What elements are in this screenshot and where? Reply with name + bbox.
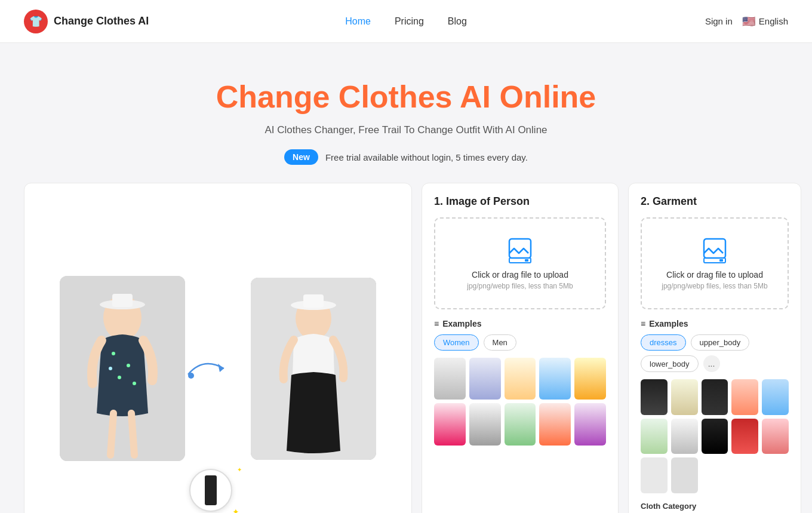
person-thumb-8[interactable] (505, 403, 536, 445)
garment-filter-tabs: dresses upper_body lower_body ... (641, 334, 789, 372)
list-icon-garment: ≡ (641, 319, 645, 328)
person-thumbnails-row1 (434, 358, 606, 400)
filter-upper-body[interactable]: upper_body (691, 334, 750, 351)
header-right: Sign in 🇺🇸 English (705, 15, 788, 28)
svg-rect-18 (509, 239, 531, 258)
garment-preview-circle: ✦ ✦ (189, 469, 232, 512)
person-upload-text: Click or drag file to upload (447, 270, 593, 279)
filter-women[interactable]: Women (434, 334, 479, 351)
list-icon: ≡ (434, 319, 439, 328)
sparkle-icon: ✦ (232, 507, 239, 513)
garment-thumb-5[interactable] (762, 379, 789, 415)
svg-rect-21 (704, 239, 725, 258)
svg-point-6 (118, 376, 121, 379)
person-thumb-6[interactable] (434, 403, 466, 445)
person-filter-tabs: Women Men (434, 334, 606, 351)
garment-upload-zone[interactable]: Click or drag file to upload jpg/png/web… (641, 217, 789, 309)
garment-thumb-12[interactable] (671, 457, 698, 493)
person-examples-header: ≡ Examples (434, 319, 606, 328)
garment-thumbnails-row1 (641, 379, 789, 415)
svg-rect-20 (525, 259, 528, 262)
svg-rect-17 (205, 475, 217, 505)
garment-examples-header: ≡ Examples (641, 319, 789, 328)
garment-upload-hint: jpg/png/webp files, less than 5Mb (654, 282, 776, 290)
filter-dresses[interactable]: dresses (641, 334, 686, 351)
logo-icon: 👕 (24, 10, 48, 33)
cloth-category-container: Cloth Category upper_body ▼ (641, 502, 789, 513)
garment-thumb-9[interactable] (731, 419, 758, 454)
person-thumbnails-row2 (434, 403, 606, 445)
examples-label: Examples (442, 319, 481, 328)
language-selector[interactable]: 🇺🇸 English (742, 15, 788, 28)
svg-line-9 (110, 413, 113, 455)
svg-rect-16 (303, 294, 324, 308)
person-upload-section: 1. Image of Person Click or drag file to… (422, 183, 619, 513)
person-after-image (251, 278, 376, 460)
filter-men[interactable]: Men (484, 334, 516, 351)
showcase-panel: ✦ ✦ Showcase of Change Clothes AI (24, 183, 412, 513)
svg-point-12 (188, 373, 194, 379)
garment-thumb-4[interactable] (731, 379, 758, 415)
garment-examples-label: Examples (649, 319, 688, 328)
garment-thumb-11[interactable] (641, 457, 668, 493)
garment-section: 2. Garment Click or drag file to upload … (628, 183, 801, 513)
hero-subtitle: AI Clothes Changer, Free Trail To Change… (12, 124, 800, 136)
transform-arrow (185, 351, 233, 386)
sparkle-icon-small: ✦ (237, 466, 242, 473)
nav-home[interactable]: Home (345, 16, 371, 27)
svg-rect-23 (719, 259, 723, 262)
flag-icon: 🇺🇸 (742, 15, 755, 28)
person-thumb-7[interactable] (469, 403, 501, 445)
person-before-image (60, 276, 185, 461)
svg-rect-3 (112, 294, 133, 307)
showcase-images: ✦ ✦ (36, 195, 399, 513)
garment-thumb-1[interactable] (641, 379, 668, 415)
svg-point-8 (109, 367, 112, 370)
new-badge: New (284, 149, 318, 165)
logo-text: Change Clothes AI (54, 15, 149, 27)
garment-upload-text: Click or drag file to upload (654, 270, 776, 279)
filter-lower-body[interactable]: lower_body (641, 355, 699, 372)
language-label: English (759, 16, 788, 26)
garment-thumb-10[interactable] (762, 419, 789, 454)
person-thumb-9[interactable] (539, 403, 571, 445)
svg-line-10 (131, 413, 134, 455)
person-thumb-3[interactable] (505, 358, 536, 400)
garment-upload-icon (700, 236, 729, 265)
garment-thumbnails-row3-partial (641, 457, 789, 493)
svg-point-4 (112, 352, 115, 355)
person-upload-zone[interactable]: Click or drag file to upload jpg/png/web… (434, 217, 606, 309)
garment-thumb-2[interactable] (671, 379, 698, 415)
garment-thumb-7[interactable] (671, 419, 698, 454)
garment-section-title: 2. Garment (641, 195, 789, 208)
person-section-title: 1. Image of Person (434, 195, 606, 208)
person-thumb-4[interactable] (539, 358, 571, 400)
cloth-category-label: Cloth Category (641, 502, 789, 511)
hero-badge-row: New Free trial available without login, … (12, 149, 800, 165)
hero-section: Change Clothes AI Online AI Clothes Chan… (0, 43, 812, 183)
svg-point-7 (133, 382, 136, 385)
person-thumb-5[interactable] (574, 358, 606, 400)
sign-in-link[interactable]: Sign in (705, 16, 733, 26)
header: 👕 Change Clothes AI Home Pricing Blog Si… (0, 0, 812, 43)
person-thumb-10[interactable] (574, 403, 606, 445)
garment-thumb-8[interactable] (702, 419, 728, 454)
main-content: ✦ ✦ Showcase of Change Clothes AI 1. Ima… (12, 183, 800, 513)
nav-pricing[interactable]: Pricing (395, 16, 424, 27)
person-thumb-2[interactable] (469, 358, 501, 400)
garment-thumb-6[interactable] (641, 419, 668, 454)
svg-marker-11 (218, 364, 224, 372)
person-thumb-1[interactable] (434, 358, 466, 400)
person-upload-hint: jpg/png/webp files, less than 5Mb (447, 282, 593, 290)
hero-note: Free trial available without login, 5 ti… (325, 152, 528, 162)
svg-point-5 (127, 364, 130, 367)
filter-more-button[interactable]: ... (703, 355, 720, 372)
hero-title: Change Clothes AI Online (12, 79, 800, 115)
main-nav: Home Pricing Blog (345, 16, 467, 27)
nav-blog[interactable]: Blog (448, 16, 467, 27)
logo-link[interactable]: 👕 Change Clothes AI (24, 10, 149, 33)
garment-thumb-3[interactable] (702, 379, 728, 415)
garment-thumbnails-row2 (641, 419, 789, 454)
upload-inbox-icon (506, 236, 534, 265)
